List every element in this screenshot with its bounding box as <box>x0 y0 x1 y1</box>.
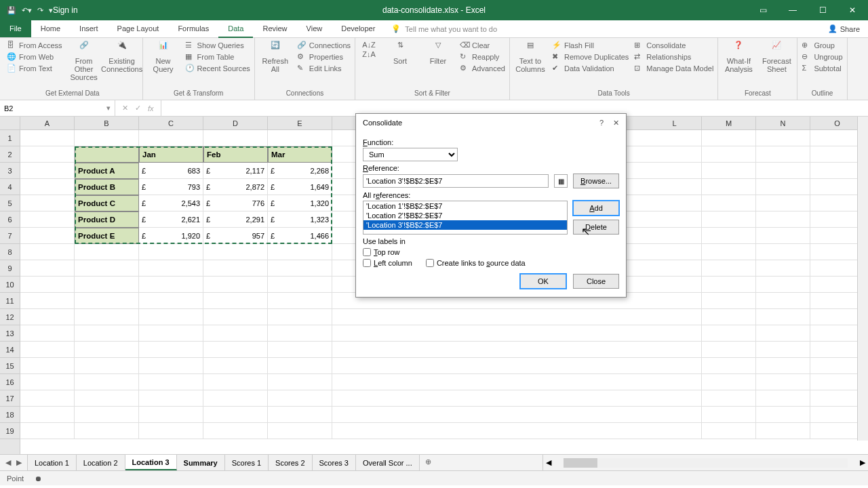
create-links-checkbox[interactable]: Create links to source data <box>426 259 526 267</box>
new-sheet-button[interactable]: ⊕ <box>420 455 437 470</box>
from-web-button[interactable]: 🌐From Web <box>7 52 62 62</box>
col-header[interactable]: B <box>75 117 139 129</box>
row-header[interactable]: 19 <box>0 423 20 439</box>
range-picker-icon[interactable]: ▦ <box>554 174 568 188</box>
row-header[interactable]: 6 <box>0 211 20 228</box>
macro-record-icon[interactable]: ⏺ <box>35 474 42 483</box>
sheet-tab[interactable]: Location 1 <box>28 455 77 470</box>
sheet-tab[interactable]: Scores 2 <box>269 455 312 470</box>
from-table-button[interactable]: ▦From Table <box>185 52 250 62</box>
group-button[interactable]: ⊕Group <box>802 41 842 50</box>
maximize-icon[interactable]: ☐ <box>812 5 833 15</box>
tab-developer[interactable]: Developer <box>332 20 384 37</box>
share-button[interactable]: 👤 Share <box>828 20 860 37</box>
col-header[interactable]: E <box>268 117 332 129</box>
refresh-all-button[interactable]: 🔄Refresh All <box>259 41 292 73</box>
row-header[interactable]: 7 <box>0 228 20 244</box>
flash-fill-button[interactable]: ⚡Flash Fill <box>552 41 629 50</box>
sheet-tab[interactable]: Scores 1 <box>225 455 269 470</box>
existing-connections-button[interactable]: 🔌Existing Connections <box>106 41 138 73</box>
consolidate-button[interactable]: ⊞Consolidate <box>634 41 713 50</box>
namebox-dropdown-icon[interactable]: ▾ <box>106 104 111 113</box>
row-header[interactable]: 8 <box>0 244 20 260</box>
forecast-sheet-button[interactable]: 📈Forecast Sheet <box>760 41 793 73</box>
subtotal-button[interactable]: ΣSubtotal <box>802 64 842 73</box>
list-item[interactable]: 'Location 1'!$B$2:$E$7 <box>363 201 567 211</box>
whatif-button[interactable]: ❓What-If Analysis <box>722 41 755 73</box>
ribbon-options-icon[interactable]: ▭ <box>753 5 773 15</box>
minimize-icon[interactable]: — <box>783 5 803 15</box>
from-other-sources-button[interactable]: 🔗From Other Sources <box>68 41 100 81</box>
row-header[interactable]: 5 <box>0 195 20 211</box>
row-header[interactable]: 14 <box>0 342 20 358</box>
col-header[interactable]: N <box>756 117 810 129</box>
signin-link[interactable]: Sign in <box>53 5 78 15</box>
tab-insert[interactable]: Insert <box>70 20 108 37</box>
tell-me-search[interactable]: 💡 Tell me what you want to do <box>391 20 497 37</box>
reference-input[interactable] <box>363 174 549 188</box>
new-query-button[interactable]: 📊New Query <box>147 41 180 73</box>
relationships-button[interactable]: ⇄Relationships <box>634 52 713 62</box>
qat-customize-icon[interactable]: ▾ <box>49 6 53 15</box>
row-header[interactable]: 13 <box>0 325 20 342</box>
close-button[interactable]: Close <box>573 274 619 289</box>
advanced-filter-button[interactable]: ⚙Advanced <box>460 64 505 73</box>
close-icon[interactable]: ✕ <box>842 5 863 15</box>
sheet-tab[interactable]: Summary <box>177 455 225 470</box>
accept-formula-icon[interactable]: ✓ <box>135 104 141 113</box>
remove-duplicates-button[interactable]: ✖Remove Duplicates <box>552 52 629 62</box>
dialog-help-icon[interactable]: ? <box>599 119 604 127</box>
redo-icon[interactable]: ↷ <box>37 6 43 15</box>
delete-button[interactable]: Delete <box>573 220 619 235</box>
list-item[interactable]: 'Location 2'!$B$2:$E$7 <box>363 211 567 220</box>
clear-filter-button[interactable]: ⌫Clear <box>460 41 505 50</box>
row-header[interactable]: 16 <box>0 374 20 390</box>
tab-review[interactable]: Review <box>253 20 296 37</box>
tab-nav-prev-icon[interactable]: ◀ <box>5 458 11 467</box>
connections-button[interactable]: 🔗Connections <box>297 41 351 50</box>
manage-data-model-button[interactable]: ⊡Manage Data Model <box>634 64 713 73</box>
row-header[interactable]: 10 <box>0 277 20 293</box>
ungroup-button[interactable]: ⊖Ungroup <box>802 52 842 62</box>
name-box-input[interactable] <box>4 104 102 113</box>
sheet-tab[interactable]: Location 2 <box>77 455 125 470</box>
sheet-tab[interactable]: Overall Scor ... <box>356 455 420 470</box>
vertical-scrollbar[interactable] <box>857 117 868 441</box>
sheet-tab[interactable]: Scores 3 <box>313 455 356 470</box>
data-validation-button[interactable]: ✔Data Validation <box>552 64 629 73</box>
dialog-close-icon[interactable]: ✕ <box>613 119 619 127</box>
browse-button[interactable]: Browse... <box>573 174 619 188</box>
show-queries-button[interactable]: ☰Show Queries <box>185 41 250 50</box>
col-header[interactable]: L <box>648 117 702 129</box>
top-row-checkbox[interactable]: Top row <box>363 248 400 256</box>
row-header[interactable]: 2 <box>0 146 20 163</box>
tab-file[interactable]: File <box>0 20 31 37</box>
references-listbox[interactable]: 'Location 1'!$B$2:$E$7 'Location 2'!$B$2… <box>363 201 568 235</box>
col-header[interactable]: A <box>20 117 75 129</box>
select-all-corner[interactable] <box>0 117 20 130</box>
name-box[interactable]: ▾ <box>0 100 115 116</box>
undo-icon[interactable]: ↶▾ <box>22 6 32 15</box>
left-col-checkbox[interactable]: Left column <box>363 259 412 267</box>
row-header[interactable]: 17 <box>0 390 20 407</box>
row-header[interactable]: 9 <box>0 260 20 277</box>
sort-button[interactable]: ⇅Sort <box>384 41 416 65</box>
fx-icon[interactable]: fx <box>148 104 154 113</box>
tab-page-layout[interactable]: Page Layout <box>108 20 169 37</box>
tab-nav-next-icon[interactable]: ▶ <box>16 458 22 467</box>
recent-sources-button[interactable]: 🕐Recent Sources <box>185 64 250 73</box>
ok-button[interactable]: OK <box>520 274 566 289</box>
col-header[interactable]: M <box>702 117 756 129</box>
properties-button[interactable]: ⚙Properties <box>297 52 351 62</box>
sheet-tab-active[interactable]: Location 3 <box>125 455 177 470</box>
add-button[interactable]: Add <box>573 201 619 216</box>
horizontal-scrollbar[interactable]: ◀ ▶ <box>542 455 868 470</box>
from-text-button[interactable]: 📄From Text <box>7 64 62 73</box>
row-header[interactable]: 4 <box>0 179 20 195</box>
save-icon[interactable]: 💾 <box>7 6 16 15</box>
cancel-formula-icon[interactable]: ✕ <box>122 104 128 113</box>
sort-az-button[interactable]: A↓ZZ↓A <box>359 41 378 58</box>
row-header[interactable]: 15 <box>0 358 20 374</box>
col-header[interactable]: C <box>139 117 203 129</box>
row-header[interactable]: 12 <box>0 309 20 325</box>
